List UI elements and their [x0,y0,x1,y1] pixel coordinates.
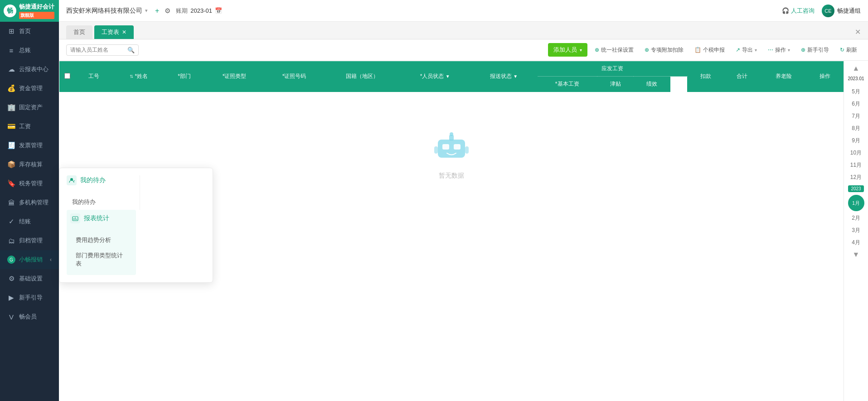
popup-title-todo: 我的待办 [67,175,136,189]
search-input[interactable] [70,47,125,53]
calendar-icon[interactable]: 📅 [215,7,222,14]
social-security-label: 统一社保设置 [601,46,634,54]
sidebar-item-inventory[interactable]: 📦 库存核算 [0,155,59,174]
th-performance-label: 绩效 [646,81,657,87]
sidebar: 畅 畅捷通好会计 旗舰版 ⊞ 首页 ≡ 总账 ☁ 云报表中心 💰 资金管理 🏢 … [0,0,59,401]
popup-item-todo[interactable]: 我的待办 [67,194,136,210]
operation-arrow-icon: ▾ [788,48,790,53]
sidebar-item-settlement[interactable]: ✓ 结账 [0,212,59,231]
home-icon: ⊞ [7,27,15,35]
th-payroll-group: 应发工资 [537,61,687,77]
company-selector[interactable]: 西安虾米网络科技有限公司 ▾ [66,7,148,15]
add-company-button[interactable]: + [155,7,159,15]
timeline-month-feb-2023[interactable]: 2月 [847,212,866,224]
timeline-month-mar-2023[interactable]: 3月 [847,224,866,237]
export-arrow-icon: ▾ [755,48,757,53]
sidebar-item-fixed-assets[interactable]: 🏢 固定资产 [0,98,59,117]
th-checkbox[interactable] [59,61,76,92]
sidebar-item-new-guide[interactable]: ▶ 新手引导 [0,288,59,307]
guide-icon: ▶ [7,294,15,302]
popup-item-dept-cost[interactable]: 部门费用类型统计表 [70,248,132,271]
th-dept: *部门 [164,61,204,92]
timeline-month-jan-2023[interactable]: 1月 [848,195,864,211]
tab-salary-table[interactable]: 工资表 ✕ [94,25,134,39]
user-menu[interactable]: CE 畅捷通组 [822,5,861,17]
sidebar-item-xiaochang[interactable]: G 小畅报销 ‹ [0,250,59,269]
timeline-month-jul-2022[interactable]: 7月 [847,110,866,122]
sidebar-label-tax: 税务管理 [19,179,43,188]
sidebar-item-invoice[interactable]: 🧾 发票管理 [0,136,59,155]
add-person-button[interactable]: 添加人员 ▾ [548,43,587,57]
timeline-prev-button[interactable]: ▲ [851,63,862,74]
sidebar-label-settlement: 结账 [19,217,31,226]
tax-report-button[interactable]: 📋 个税申报 [691,44,728,56]
operation-button[interactable]: ⋯ 操作 ▾ [764,44,794,56]
timeline-month-oct-2022[interactable]: 10月 [847,147,866,159]
social-security-button[interactable]: ⊕ 统一社保设置 [591,44,637,56]
sidebar-label-member: 畅会员 [19,313,37,321]
th-nationality-label: 国籍（地区） [346,73,378,79]
popup-item-cost-trend[interactable]: 费用趋势分析 [70,232,132,248]
search-wrap: 🔍 [66,44,139,56]
filter-icon[interactable]: ▼ [446,74,450,79]
th-actions-label: 操作 [820,73,830,79]
org-icon: 🏛 [7,199,15,207]
popup-item-cost-trend-label: 费用趋势分析 [76,237,111,243]
timeline-month-apr-2023[interactable]: 4月 [847,237,866,249]
sidebar-label-guide: 新手引导 [19,294,43,302]
new-guide-icon: ⊕ [801,47,805,53]
logo-title: 畅捷通好会计 [19,3,54,11]
settings-button[interactable]: ⚙ [165,7,170,15]
th-bonus: 津贴 [597,77,634,92]
sidebar-item-home[interactable]: ⊞ 首页 [0,22,59,41]
sidebar-item-archive[interactable]: 🗂 归档管理 [0,231,59,250]
export-button[interactable]: ↗ 导出 ▾ [732,44,761,56]
sidebar-item-member[interactable]: V 畅会员 [0,307,59,326]
support-button[interactable]: 🎧 人工咨询 [782,7,815,15]
timeline-month-jun-2022[interactable]: 6月 [847,98,866,110]
timeline-month-sep-2022[interactable]: 9月 [847,135,866,147]
refresh-button[interactable]: ↻ 刷新 [836,44,861,56]
th-actions: 操作 [807,61,844,92]
ledger-icon: ≡ [7,47,15,54]
app-logo: 畅 畅捷通好会计 旗舰版 [0,0,59,22]
sidebar-item-fund[interactable]: 💰 资金管理 [0,79,59,98]
timeline-month-aug-2022[interactable]: 8月 [847,122,866,135]
timeline-month-nov-2022[interactable]: 11月 [847,159,866,171]
sidebar-item-salary[interactable]: 💳 工资 [0,117,59,136]
tab-close-icon[interactable]: ✕ [122,29,126,35]
sidebar-item-ledger[interactable]: ≡ 总账 [0,41,59,60]
timeline-month-dec-2022[interactable]: 12月 [847,171,866,184]
sidebar-item-basic-settings[interactable]: ⚙ 基础设置 [0,269,59,288]
tab-home[interactable]: 首页 [66,25,92,39]
sidebar-item-tax[interactable]: 🔖 税务管理 [0,174,59,193]
th-payroll-label: 应发工资 [601,65,623,72]
sidebar-item-cloud-report[interactable]: ☁ 云报表中心 [0,60,59,79]
timeline-next-button[interactable]: ▼ [851,249,862,261]
popup-title-reports-label: 报表统计 [84,214,109,222]
empty-text: 暂无数据 [439,172,464,180]
fund-icon: 💰 [7,84,15,92]
th-id-type: *证照类型 [204,61,264,92]
sidebar-label-invoice: 发票管理 [19,141,43,150]
export-icon: ↗ [736,47,740,53]
new-guide-button[interactable]: ⊕ 新手引导 [797,44,833,56]
sidebar-label-assets: 固定资产 [19,103,43,111]
sidebar-item-multi-org[interactable]: 🏛 多机构管理 [0,193,59,212]
sidebar-nav: ⊞ 首页 ≡ 总账 ☁ 云报表中心 💰 资金管理 🏢 固定资产 💳 工资 🧾 发… [0,22,59,401]
special-deduction-button[interactable]: ⊕ 专项附加扣除 [641,44,687,56]
popup-title-todo-label: 我的待办 [80,176,106,184]
assets-icon: 🏢 [7,103,15,111]
close-all-tabs-button[interactable]: ✕ [855,28,861,39]
th-report-status-label: 报送状态 [490,73,512,79]
th-id-number-label: *证照号码 [282,73,306,79]
timeline-month-may-2022[interactable]: 5月 [847,86,866,98]
th-deduction: 扣款 [687,61,724,92]
select-all-checkbox[interactable] [64,73,70,79]
toolbar-right: 添加人员 ▾ ⊕ 统一社保设置 ⊕ 专项附加扣除 📋 个税申报 ↗ 导出 [548,43,861,57]
th-bonus-label: 津贴 [610,81,621,87]
special-deduction-icon: ⊕ [645,47,649,53]
expand-icon: ‹ [50,256,52,263]
th-deduction-label: 扣款 [700,73,711,79]
report-filter-icon[interactable]: ▼ [513,74,518,79]
